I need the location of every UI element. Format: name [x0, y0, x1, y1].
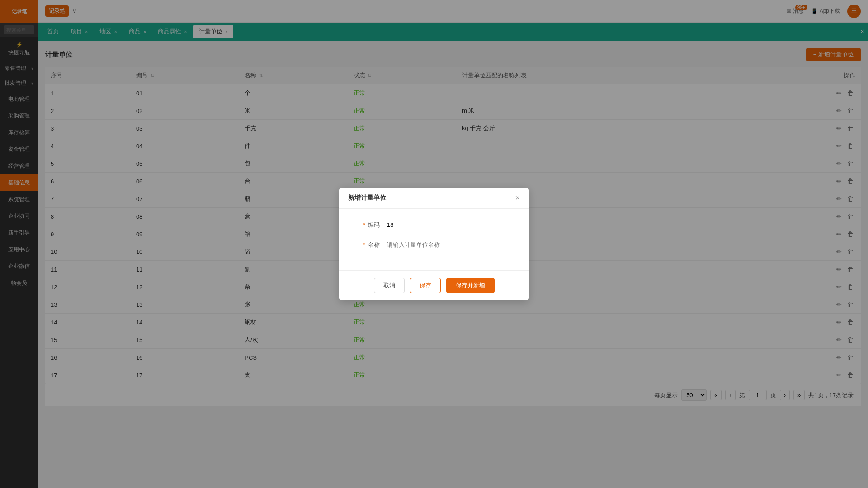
save-and-new-button[interactable]: 保存并新增 [446, 278, 495, 293]
modal-title: 新增计量单位 [348, 194, 386, 202]
modal-footer: 取消 保存 保存并新增 [339, 270, 529, 300]
modal-overlay[interactable]: 新增计量单位 × * 编码 * 名称 取消 保存 保存并新增 [0, 0, 868, 488]
save-button[interactable]: 保存 [410, 278, 441, 293]
name-input[interactable] [384, 239, 515, 250]
add-measure-unit-modal: 新增计量单位 × * 编码 * 名称 取消 保存 保存并新增 [339, 188, 529, 300]
modal-close-button[interactable]: × [515, 194, 520, 202]
cancel-button[interactable]: 取消 [374, 278, 405, 293]
name-field-row: * 名称 [353, 239, 515, 250]
code-input[interactable] [384, 220, 515, 230]
modal-body: * 编码 * 名称 [339, 209, 529, 270]
modal-header: 新增计量单位 × [339, 188, 529, 209]
name-field-label: * 名称 [353, 241, 380, 249]
code-field-label: * 编码 [353, 221, 380, 229]
code-field-row: * 编码 [353, 220, 515, 230]
name-required-mark: * [363, 241, 365, 248]
code-required-mark: * [363, 221, 365, 228]
